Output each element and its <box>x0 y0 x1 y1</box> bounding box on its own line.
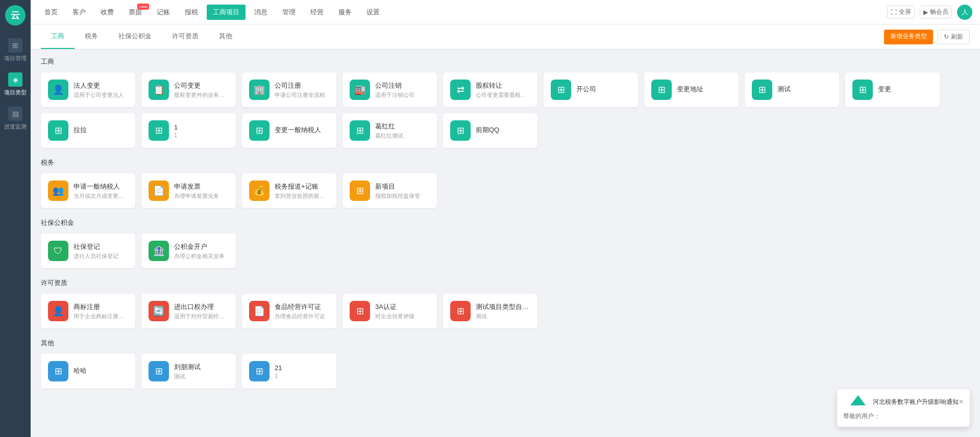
sidebar-item-progress[interactable]: ▤ 进度监测 <box>2 101 29 136</box>
card-icon-legal-change: 👤 <box>48 80 68 100</box>
sub-tab-license[interactable]: 许可资质 <box>162 24 209 49</box>
refresh-button[interactable]: ↻ 刷新 <box>937 30 970 44</box>
content-area: 工商税务社保公积金许可资质其他 新增业务类型 ↻ 刷新 工商👤法人变更适用于公司… <box>31 24 980 437</box>
topnav-item-accounting[interactable]: 记账 <box>151 5 176 20</box>
cards-grid-tax: 👥申请一般纳税人当月或次月成变更完成📄申请发票办理申请发票业务💰税务报道+记账拿… <box>41 173 970 208</box>
sidebar-item-project-type[interactable]: ◈ 项目类型 <box>2 67 29 101</box>
card-test[interactable]: ⊞测试 <box>745 72 839 107</box>
card-test-type[interactable]: ⊞测试项目类型自定义测试 <box>443 294 537 328</box>
refresh-icon: ↻ <box>944 33 949 40</box>
card-title-lala: 拉拉 <box>74 125 128 135</box>
card-3a-cert[interactable]: ⊞3A认证对企业信誉评级 <box>342 294 437 328</box>
member-button[interactable]: ▶ 畅会员 <box>920 6 952 18</box>
card-info-num21: 211 <box>275 364 329 379</box>
card-icon-fund-open: 🏦 <box>149 241 169 261</box>
card-open-company[interactable]: ⊞开公司 <box>544 72 638 107</box>
card-num1[interactable]: ⊞11 <box>141 113 236 148</box>
card-equity-transfer[interactable]: ⇄股权转让公司变更需要股权转让 <box>443 72 537 107</box>
card-icon-change-address: ⊞ <box>651 80 672 100</box>
card-apply-invoice[interactable]: 📄申请发票办理申请发票业务 <box>141 173 236 208</box>
card-desc-company-cancel: 适用于注销公司 <box>375 91 430 99</box>
section-title-social: 社保公积金 <box>41 218 970 227</box>
card-front-qq[interactable]: ⊞前期QQ <box>443 113 537 148</box>
card-info-num1: 11 <box>174 123 229 138</box>
sub-tab-industry[interactable]: 工商 <box>41 24 75 49</box>
card-icon-apply-invoice: 📄 <box>149 181 169 201</box>
section-social: 社保公积金🛡社保登记进行人员社保登记🏦公积金开户办理公积金相关业务 <box>41 218 970 268</box>
card-num21[interactable]: ⊞211 <box>242 354 336 389</box>
card-trademark[interactable]: 👤商标注册用于企业商标注册服务 <box>41 294 135 328</box>
topnav-item-message[interactable]: 消息 <box>248 5 274 20</box>
card-liupeng-test[interactable]: ⊞刘朋测试测试 <box>141 354 236 389</box>
topnav-item-service[interactable]: 服务 <box>332 5 358 20</box>
card-icon-change-taxpayer: ⊞ <box>249 120 270 141</box>
topnav-item-industry[interactable]: 工商项目 <box>207 5 246 20</box>
card-info-test: 测试 <box>777 85 832 95</box>
card-title-3a-cert: 3A认证 <box>375 302 430 312</box>
topnav-item-tax[interactable]: 报税 <box>179 5 204 20</box>
cards-grid-license: 👤商标注册用于企业商标注册服务🔄进出口权办理适用于对外贸易经营者📄食品经营许可证… <box>41 294 970 328</box>
card-title-open-company: 开公司 <box>576 85 631 94</box>
card-title-trademark: 商标注册 <box>74 302 128 312</box>
card-lala[interactable]: ⊞拉拉 <box>41 113 135 148</box>
card-icon-food-license: 📄 <box>249 301 270 321</box>
card-desc-import-export: 适用于对外贸易经营者 <box>174 313 229 320</box>
sidebar-item-project-mgmt[interactable]: ⊞ 项目管理 <box>2 33 29 67</box>
card-legal-change[interactable]: 👤法人变更适用于公司变更法人 <box>41 72 135 107</box>
card-fund-open[interactable]: 🏦公积金开户办理公积金相关业务 <box>141 234 236 268</box>
sub-tab-tax[interactable]: 税务 <box>75 24 108 49</box>
app-logo: 云 <box>5 5 26 25</box>
card-info-social-reg: 社保登记进行人员社保登记 <box>74 242 128 260</box>
card-desc-new-project: 报税加税控盘保管 <box>375 192 430 200</box>
sub-tab-other[interactable]: 其他 <box>209 24 242 49</box>
topnav-item-billing[interactable]: 收费 <box>94 5 120 20</box>
card-desc-num21: 1 <box>275 373 329 379</box>
sub-tab-social[interactable]: 社保公积金 <box>108 24 162 49</box>
topnav-item-home[interactable]: 首页 <box>38 5 64 20</box>
card-title-change: 变更 <box>878 85 933 94</box>
fullscreen-button[interactable]: ⛶ 全屏 <box>887 6 915 18</box>
card-icon-new-project: ⊞ <box>350 181 370 201</box>
card-icon-num1: ⊞ <box>149 120 169 141</box>
card-change[interactable]: ⊞变更 <box>845 72 940 107</box>
card-social-reg[interactable]: 🛡社保登记进行人员社保登记 <box>41 234 135 268</box>
card-title-apply-invoice: 申请发票 <box>174 182 229 191</box>
card-icon-change: ⊞ <box>852 80 873 100</box>
member-icon: ▶ <box>923 9 928 16</box>
card-new-project[interactable]: ⊞新项目报税加税控盘保管 <box>342 173 437 208</box>
avatar[interactable]: 人 <box>957 5 972 20</box>
card-title-legal-change: 法人变更 <box>74 81 128 90</box>
card-title-food-license: 食品经营许可证 <box>275 302 329 312</box>
card-change-taxpayer[interactable]: ⊞变更一般纳税人 <box>242 113 336 148</box>
topnav-item-settings[interactable]: 设置 <box>360 5 386 20</box>
section-title-industry: 工商 <box>41 57 970 66</box>
card-import-export[interactable]: 🔄进出口权办理适用于对外贸易经营者 <box>141 294 236 328</box>
card-desc-apply-taxpayer: 当月或次月成变更完成 <box>74 192 128 200</box>
topnav-item-customer[interactable]: 客户 <box>66 5 92 20</box>
cards-grid-other: ⊞哈哈⊞刘朋测试测试⊞211 <box>41 354 970 389</box>
card-apply-taxpayer[interactable]: 👥申请一般纳税人当月或次月成变更完成 <box>41 173 135 208</box>
card-food-license[interactable]: 📄食品经营许可证办理食品经营许可证 <box>242 294 336 328</box>
section-other: 其他⊞哈哈⊞刘朋测试测试⊞211 <box>41 339 970 389</box>
add-type-button[interactable]: 新增业务类型 <box>884 30 933 44</box>
card-company-change[interactable]: 📋公司变更股权变更外的业务变更 <box>141 72 236 107</box>
card-haha[interactable]: ⊞哈哈 <box>41 354 135 389</box>
topnav-item-operation[interactable]: 经营 <box>304 5 330 20</box>
card-tax-accounting[interactable]: 💰税务报道+记账拿到营业执照的新公司 <box>242 173 336 208</box>
card-guhonghong[interactable]: ⊞葛红红葛红红测试 <box>342 113 437 148</box>
notification-close[interactable]: ✕ <box>959 398 964 405</box>
topnav-item-tickets[interactable]: 票据new <box>122 5 148 20</box>
card-desc-num1: 1 <box>174 132 229 138</box>
card-icon-trademark: 👤 <box>48 301 68 321</box>
card-change-address[interactable]: ⊞变更地址 <box>644 72 739 107</box>
card-company-reg[interactable]: 🏢公司注册申请公司注册全流程 <box>242 72 336 107</box>
topnav-item-admin[interactable]: 管理 <box>276 5 302 20</box>
card-title-haha: 哈哈 <box>74 366 128 375</box>
section-title-other: 其他 <box>41 339 970 348</box>
card-info-change-address: 变更地址 <box>677 85 731 95</box>
card-info-new-project: 新项目报税加税控盘保管 <box>375 182 430 200</box>
card-desc-fund-open: 办理公积金相关业务 <box>174 252 229 260</box>
card-desc-liupeng-test: 测试 <box>174 373 229 380</box>
sidebar-icon-project-type: ◈ <box>8 72 22 87</box>
card-company-cancel[interactable]: 🏭公司注销适用于注销公司 <box>342 72 437 107</box>
